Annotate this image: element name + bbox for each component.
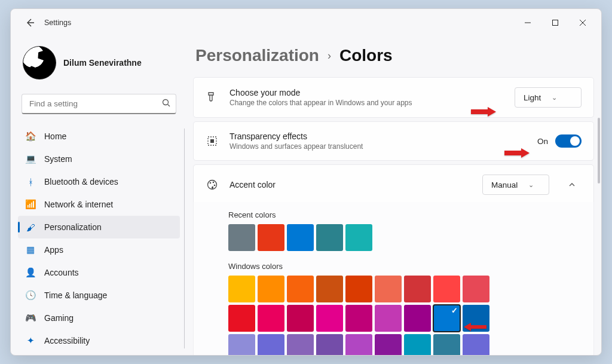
accent-dropdown[interactable]: Manual ⌄ <box>482 175 549 195</box>
svg-point-2 <box>163 100 169 105</box>
scrollbar-thumb[interactable] <box>598 118 600 183</box>
search-input[interactable] <box>22 94 176 114</box>
windows-color-swatch[interactable] <box>404 334 431 355</box>
accounts-icon: 👤 <box>25 267 36 278</box>
accent-color-card[interactable]: Accent color Manual ⌄ <box>193 164 594 205</box>
recent-color-swatch[interactable] <box>287 224 314 251</box>
back-button[interactable] <box>20 13 39 32</box>
windows-color-swatch[interactable] <box>404 276 431 302</box>
recent-color-swatch[interactable] <box>228 224 255 251</box>
sidebar-item-label: Time & language <box>44 290 107 300</box>
windows-colors-grid <box>228 276 587 355</box>
windows-color-swatch[interactable] <box>433 334 460 355</box>
sidebar-item-system[interactable]: 💻System <box>18 148 180 170</box>
windows-color-swatch[interactable] <box>287 276 314 302</box>
windows-color-swatch[interactable] <box>316 334 343 355</box>
chevron-right-icon: › <box>328 50 331 62</box>
windows-color-swatch[interactable] <box>463 305 489 332</box>
sidebar-item-home[interactable]: 🏠Home <box>18 125 180 148</box>
back-arrow-icon <box>25 18 35 27</box>
nav-list: 🏠Home💻SystemᚼBluetooth & devices📶Network… <box>13 125 185 352</box>
transparency-card[interactable]: Transparency effects Windows and surface… <box>193 121 594 161</box>
sidebar-item-accessibility[interactable]: ✦Accessibility <box>18 329 180 352</box>
windows-color-swatch[interactable] <box>258 334 284 355</box>
windows-color-swatch[interactable] <box>375 334 402 355</box>
recent-color-swatch[interactable] <box>258 224 284 251</box>
windows-color-swatch[interactable] <box>287 334 314 355</box>
sidebar-item-label: Accounts <box>44 268 79 277</box>
time-language-icon: 🕓 <box>25 290 36 301</box>
windows-color-swatch[interactable] <box>463 276 489 302</box>
close-button[interactable] <box>569 11 596 35</box>
windows-color-swatch[interactable] <box>433 276 460 302</box>
main-panel: Personalization › Colors Choose your mod… <box>187 36 601 355</box>
sidebar-item-personalization[interactable]: 🖌Personalization <box>18 216 180 238</box>
chevron-down-icon: ⌄ <box>528 181 534 189</box>
close-icon <box>580 20 586 26</box>
accent-colors-panel: Recent colors Windows colors <box>193 202 594 355</box>
sidebar-item-label: Network & internet <box>44 200 113 209</box>
windows-color-swatch[interactable] <box>345 334 372 355</box>
sidebar-item-accounts[interactable]: 👤Accounts <box>18 261 180 284</box>
recent-color-swatch[interactable] <box>345 224 372 251</box>
windows-color-swatch[interactable] <box>287 305 314 332</box>
sidebar-item-label: Accessibility <box>44 336 90 345</box>
bluetooth-devices-icon: ᚼ <box>25 176 36 187</box>
sidebar-item-network-internet[interactable]: 📶Network & internet <box>18 193 180 216</box>
windows-color-swatch[interactable] <box>463 334 489 355</box>
mode-value: Light <box>524 93 541 102</box>
transparency-state-label: On <box>537 137 548 146</box>
avatar <box>23 46 56 79</box>
recent-color-swatch[interactable] <box>316 224 343 251</box>
windows-color-swatch[interactable] <box>404 305 431 332</box>
breadcrumb: Personalization › Colors <box>192 41 596 77</box>
windows-color-swatch[interactable] <box>345 305 372 332</box>
svg-point-8 <box>213 182 215 183</box>
windows-color-swatch[interactable] <box>258 276 284 302</box>
choose-mode-card[interactable]: Choose your mode Change the colors that … <box>193 77 594 118</box>
chevron-down-icon: ⌄ <box>552 94 557 102</box>
profile[interactable]: Dilum Senevirathne <box>13 39 185 89</box>
accent-value: Manual <box>491 181 518 189</box>
sidebar-item-label: Apps <box>44 245 63 255</box>
mode-dropdown[interactable]: Light ⌄ <box>515 87 582 108</box>
svg-point-9 <box>214 185 216 186</box>
windows-colors-label: Windows colors <box>228 262 587 271</box>
app-title: Settings <box>44 19 71 27</box>
svg-line-3 <box>168 105 170 107</box>
mode-desc: Change the colors that appear in Windows… <box>230 99 504 107</box>
windows-color-swatch[interactable] <box>228 334 255 355</box>
maximize-button[interactable] <box>541 11 569 35</box>
sidebar-item-time-language[interactable]: 🕓Time & language <box>18 284 180 307</box>
accent-expander[interactable] <box>562 175 582 194</box>
breadcrumb-parent[interactable]: Personalization <box>195 46 319 65</box>
windows-color-swatch[interactable] <box>316 276 343 302</box>
accessibility-icon: ✦ <box>25 335 36 346</box>
windows-color-swatch[interactable] <box>375 276 402 302</box>
windows-color-swatch[interactable] <box>375 305 402 332</box>
brush-icon <box>206 91 219 104</box>
settings-window: Settings Dilum Senevirathne 🏠Home💻System… <box>10 8 602 356</box>
search-box <box>22 94 176 114</box>
minimize-button[interactable] <box>514 11 541 35</box>
sidebar-item-label: Gaming <box>44 313 74 323</box>
mode-title: Choose your mode <box>230 88 504 97</box>
sidebar-item-bluetooth-devices[interactable]: ᚼBluetooth & devices <box>18 170 180 193</box>
windows-color-swatch[interactable] <box>433 305 460 332</box>
titlebar: Settings <box>11 9 601 36</box>
windows-color-swatch[interactable] <box>345 276 372 302</box>
windows-color-swatch[interactable] <box>228 305 255 332</box>
palette-icon <box>206 178 219 191</box>
chevron-up-icon <box>568 181 576 188</box>
breadcrumb-current: Colors <box>339 46 393 65</box>
windows-color-swatch[interactable] <box>258 305 284 332</box>
windows-color-swatch[interactable] <box>316 305 343 332</box>
network-internet-icon: 📶 <box>25 199 36 210</box>
sidebar-item-apps[interactable]: ▦Apps <box>18 238 180 261</box>
windows-color-swatch[interactable] <box>228 276 255 302</box>
maximize-icon <box>552 20 558 26</box>
transparency-toggle[interactable] <box>555 134 582 148</box>
home-icon: 🏠 <box>25 131 36 142</box>
transparency-title: Transparency effects <box>230 131 527 141</box>
sidebar-item-gaming[interactable]: 🎮Gaming <box>18 307 180 329</box>
